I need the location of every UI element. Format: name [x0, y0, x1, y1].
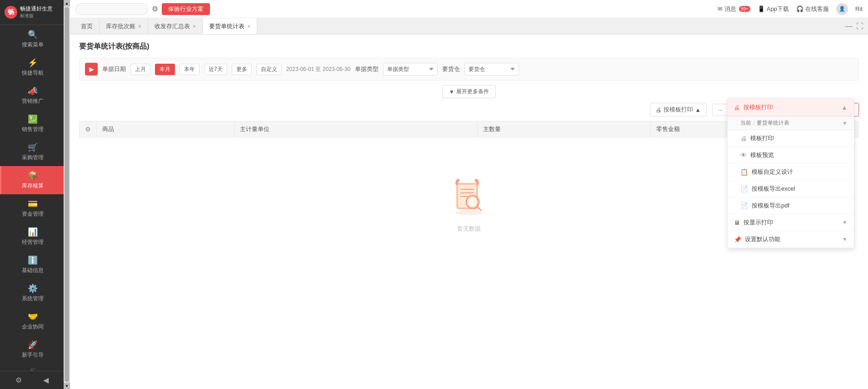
export-excel-icon: 📄	[740, 185, 748, 192]
display-print-icon: 🖥	[734, 219, 740, 226]
topbar-left: ⚙ 体验行业方案	[75, 3, 210, 15]
more-actions-btn[interactable]: ···	[712, 104, 729, 116]
scroll-up-btn[interactable]: ▲	[64, 0, 70, 6]
sales-icon: 💹	[28, 114, 38, 124]
topbar-right: ✉ 消息 99+ 📱 App下载 🎧 在线客服 👤 Rit	[718, 3, 863, 15]
current-template-row: 当前：要货单统计表 ▼	[728, 116, 854, 130]
messages-item[interactable]: ✉ 消息 99+	[718, 5, 750, 13]
date-btn-this-month[interactable]: 本月	[155, 64, 175, 75]
template-print-icon: 🖨	[740, 135, 747, 142]
collapse-icon[interactable]: ◀	[43, 376, 49, 384]
trial-btn[interactable]: 体验行业方案	[162, 3, 210, 15]
tab-batch-account[interactable]: 库存批次账 ×	[100, 18, 148, 34]
chevron-up-icon: ▲	[695, 106, 701, 113]
print-label: 按模板打印	[663, 106, 693, 114]
tab-receipt-summary[interactable]: 收发存汇总表 ×	[148, 18, 203, 34]
sidebar-item-finance[interactable]: 💳 资金管理	[0, 194, 64, 222]
topbar-search-input[interactable]	[75, 3, 148, 15]
sidebar-item-collab[interactable]: 🤝 企业协同	[0, 307, 64, 335]
sidebar-item-marketing[interactable]: 📣 营销推广	[0, 81, 64, 110]
messages-badge: 99+	[739, 6, 750, 12]
dropdown-close-icon[interactable]: ▲	[841, 104, 848, 111]
logo-sub: 标准版	[20, 13, 53, 19]
sidebar-item-purchase[interactable]: 🛒 采购管理	[0, 138, 64, 166]
doc-type-select[interactable]: 单据类型	[383, 63, 438, 76]
topbar: ⚙ 体验行业方案 ✉ 消息 99+ 📱 App下载 🎧 在线客服 👤 Rit	[70, 0, 868, 18]
inventory-icon: 📦	[28, 171, 38, 181]
purchase-icon: 🛒	[28, 142, 38, 152]
dropdown-item-export-pdf[interactable]: 📄 按模板导出pdf	[728, 197, 854, 214]
app-download-icon: 📱	[758, 5, 765, 12]
svg-point-7	[468, 197, 477, 207]
user-name[interactable]: Rit	[855, 5, 863, 12]
sidebar-item-inventory[interactable]: 📦 库存核算	[0, 166, 64, 194]
date-btn-more[interactable]: 更多	[232, 64, 252, 75]
table-settings-icon[interactable]: ⚙	[85, 126, 91, 133]
topbar-gear-icon[interactable]: ⚙	[152, 5, 158, 13]
svg-point-0	[455, 210, 483, 215]
print-btn[interactable]: 🖨 按模板打印 ▲	[650, 103, 707, 116]
user-avatar[interactable]: 👤	[836, 3, 848, 15]
sidebar-item-operations[interactable]: 📊 经营管理	[0, 222, 64, 251]
expand-label: 展开更多条件	[456, 88, 489, 96]
template-design-icon: 📋	[740, 168, 748, 176]
scroll-down-btn[interactable]: ▼	[64, 383, 70, 389]
dropdown-item-template-design[interactable]: 📋 模板自定义设计	[728, 164, 854, 181]
sidebar-item-search[interactable]: 🔍 搜索菜单	[0, 25, 64, 53]
dropdown-item-export-excel[interactable]: 📄 按模板导出excel	[728, 181, 854, 197]
dropdown-item-template-print[interactable]: 🖨 模板打印	[728, 130, 854, 147]
close-receipt-summary-tab[interactable]: ×	[193, 23, 196, 30]
sidebar-logo: 畅 畅捷通好生意 标准版	[0, 0, 64, 25]
dropdown-section-set-default[interactable]: 📌 设置默认功能 ▼	[728, 231, 854, 248]
settings-footer-icon[interactable]: ⚙	[15, 376, 22, 384]
current-label-text: 当前：要货单统计表	[740, 119, 789, 127]
basic-icon: ℹ️	[28, 255, 38, 265]
tab-home[interactable]: 首页	[75, 18, 100, 34]
sidebar-item-sales[interactable]: 💹 销售管理	[0, 110, 64, 138]
date-btn-custom[interactable]: 自定义	[256, 64, 282, 75]
sidebar-item-basic[interactable]: ℹ️ 基础信息	[0, 251, 64, 279]
dropdown-header[interactable]: 🖨 按模板打印 ▲	[728, 99, 854, 116]
page-title: 要货单统计表(按商品)	[79, 42, 859, 51]
col-quantity: 主数量	[478, 121, 651, 137]
guide-icon: 🚀	[28, 340, 38, 350]
print-dropdown-popup: 🖨 按模板打印 ▲ 当前：要货单统计表 ▼ 🖨 模板打印 👁 模板预览 📋	[727, 98, 854, 248]
col-product: 商品	[97, 121, 234, 137]
expand-more-conditions-btn[interactable]: ▼ 展开更多条件	[442, 85, 496, 98]
date-btn-last-month[interactable]: 上月	[130, 64, 150, 75]
filter-expand-btn[interactable]: ▶	[85, 63, 98, 76]
sidebar-item-label: 库存核算	[22, 182, 44, 190]
sidebar-item-label: 销售管理	[22, 126, 44, 133]
tabs-bar: 首页 库存批次账 × 收发存汇总表 × 要货单统计表 × — ⛶	[70, 18, 868, 35]
app-download-item[interactable]: 📱 App下载	[758, 5, 789, 13]
date-btn-this-year[interactable]: 本年	[180, 64, 200, 75]
dropdown-item-template-preview[interactable]: 👁 模板预览	[728, 147, 854, 164]
online-service-item[interactable]: 🎧 在线客服	[796, 5, 829, 13]
minimize-btn[interactable]: —	[845, 22, 853, 30]
sidebar-item-label: 企业协同	[22, 323, 44, 331]
sidebar-item-apps[interactable]: 📱 应用中心	[0, 364, 64, 371]
cargo-select[interactable]: 要货仓	[464, 63, 519, 76]
set-default-arrow: ▼	[842, 236, 848, 242]
avatar-placeholder: 👤	[839, 6, 845, 12]
sidebar-item-label: 搜索菜单	[22, 41, 44, 49]
scroll-thumb	[65, 7, 69, 382]
dropdown-item-label: 模板预览	[750, 151, 774, 159]
empty-text: 暂无数据	[457, 225, 481, 233]
date-btn-7days[interactable]: 近7天	[204, 64, 227, 75]
tab-window-controls: — ⛶	[845, 22, 863, 30]
print-dropdown-icon: 🖨	[734, 104, 740, 111]
sidebar-item-label: 新手引导	[22, 351, 44, 359]
sidebar-item-guide[interactable]: 🚀 新手引导	[0, 335, 64, 364]
sidebar: 畅 畅捷通好生意 标准版 🔍 搜索菜单 ⚡ 快捷导航 📣 营销推广 💹 销售管理…	[0, 0, 64, 389]
quicknav-icon: ⚡	[28, 58, 38, 68]
tab-order-stats[interactable]: 要货单统计表 ×	[203, 18, 257, 34]
collab-icon: 🤝	[28, 312, 38, 322]
sidebar-item-quicknav[interactable]: ⚡ 快捷导航	[0, 53, 64, 81]
logo-icon: 畅	[5, 6, 17, 19]
close-batch-account-tab[interactable]: ×	[138, 23, 141, 30]
close-order-stats-tab[interactable]: ×	[247, 23, 250, 30]
maximize-btn[interactable]: ⛶	[856, 22, 863, 30]
dropdown-section-display-print[interactable]: 🖥 按显示打印 ▼	[728, 214, 854, 231]
sidebar-item-system[interactable]: ⚙️ 系统管理	[0, 279, 64, 307]
